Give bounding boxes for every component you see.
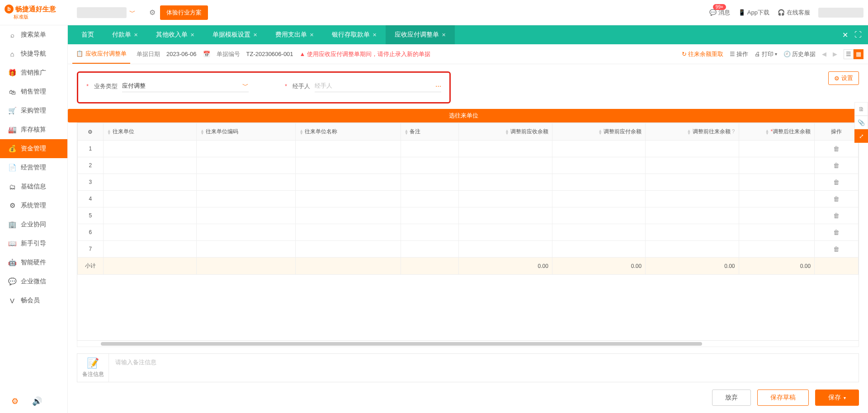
col-unit[interactable]: ▲▼往来单位 [103, 123, 196, 141]
delete-icon[interactable]: 🗑 [833, 245, 840, 253]
cell-before-recv[interactable] [459, 241, 552, 258]
more-icon[interactable]: ⋯ [435, 83, 441, 89]
close-icon[interactable]: ✕ [373, 32, 377, 38]
cell-unit-code[interactable] [197, 191, 296, 207]
cell-unit-name[interactable] [296, 241, 401, 258]
cell-unit-code[interactable] [197, 174, 296, 191]
tab-0[interactable]: 首页 [72, 25, 103, 44]
col-gear[interactable]: ⚙ [78, 123, 104, 141]
sidebar-item-10[interactable]: 🏢企业协同 [0, 215, 67, 234]
cell-unit[interactable] [103, 241, 196, 258]
close-icon[interactable]: ✕ [442, 32, 446, 38]
print-dropdown[interactable]: 🖨打印▾ [755, 50, 777, 58]
cell-remark[interactable] [401, 174, 459, 191]
col-before-balance[interactable]: ▲▼调整前往来余额 ? [646, 123, 739, 141]
sidebar-item-4[interactable]: 🛒采购管理 [0, 101, 67, 120]
tab-5[interactable]: 银行存取款单✕ [323, 25, 386, 44]
cell-unit[interactable] [103, 224, 196, 241]
col-unit-name[interactable]: ▲▼往来单位名称 [296, 123, 401, 141]
float-expand-icon[interactable]: ⤢ [854, 129, 868, 143]
cell-before-recv[interactable] [459, 191, 552, 207]
cell-remark[interactable] [401, 241, 459, 258]
tab-6[interactable]: 应收应付调整单✕ [386, 25, 455, 44]
prev-icon[interactable]: ◀ [822, 51, 826, 57]
cell-unit[interactable] [103, 191, 196, 207]
calendar-icon[interactable]: 📅 [203, 51, 210, 57]
cell-unit-name[interactable] [296, 141, 401, 157]
close-icon[interactable]: ✕ [310, 32, 314, 38]
delete-icon[interactable]: 🗑 [833, 162, 840, 169]
cell-unit-name[interactable] [296, 157, 401, 174]
sidebar-item-13[interactable]: 💬企业微信 [0, 272, 67, 291]
delete-icon[interactable]: 🗑 [833, 229, 840, 236]
horizontal-scrollbar[interactable] [77, 341, 859, 347]
cell-unit-name[interactable] [296, 174, 401, 191]
company-selector[interactable]: ﹀ [68, 7, 145, 18]
cell-after-balance[interactable] [739, 207, 815, 224]
cell-remark[interactable] [401, 224, 459, 241]
float-attach-icon[interactable]: 📎 [854, 116, 868, 129]
cell-before-recv[interactable] [459, 157, 552, 174]
doc-date-value[interactable]: 2023-06-06 [166, 51, 197, 57]
tab-expand-icon[interactable]: ⛶ [854, 31, 862, 39]
cell-before-pay[interactable] [552, 207, 645, 224]
cell-before-balance[interactable] [646, 141, 739, 157]
regen-balance-button[interactable]: ↻往来余额重取 [682, 50, 723, 58]
cell-before-recv[interactable] [459, 174, 552, 191]
close-icon[interactable]: ✕ [134, 32, 138, 38]
cell-unit[interactable] [103, 157, 196, 174]
tab-close-all-icon[interactable]: ✕ [842, 31, 848, 39]
sidebar-item-9[interactable]: ⚙系统管理 [0, 196, 67, 215]
form-settings-button[interactable]: ⚙设置 [828, 71, 859, 85]
cell-after-balance[interactable] [739, 141, 815, 157]
cell-before-balance[interactable] [646, 224, 739, 241]
cell-before-balance[interactable] [646, 207, 739, 224]
cell-before-recv[interactable] [459, 224, 552, 241]
cell-unit-name[interactable] [296, 207, 401, 224]
cell-unit-code[interactable] [197, 207, 296, 224]
history-button[interactable]: 🕘历史单据 [783, 50, 816, 58]
settings-gear-icon[interactable]: ⚙ [145, 8, 160, 17]
cell-unit[interactable] [103, 174, 196, 191]
sidebar-item-6[interactable]: 💰资金管理 [0, 139, 67, 158]
delete-icon[interactable]: 🗑 [833, 145, 840, 152]
cell-before-recv[interactable] [459, 141, 552, 157]
cell-unit-name[interactable] [296, 191, 401, 207]
tab-1[interactable]: 付款单✕ [103, 25, 147, 44]
experience-industry-button[interactable]: 体验行业方案 [160, 5, 208, 20]
table-row[interactable]: 3🗑 [78, 174, 859, 191]
sidebar-item-0[interactable]: ⌕搜索菜单 [0, 25, 67, 44]
cell-after-balance[interactable] [739, 191, 815, 207]
sidebar-item-12[interactable]: 🤖智能硬件 [0, 253, 67, 272]
messages-link[interactable]: 99+ 💬 消息 [709, 9, 730, 17]
cell-after-balance[interactable] [739, 174, 815, 191]
next-icon[interactable]: ▶ [833, 51, 837, 57]
col-after-balance[interactable]: ▲▼*调整后往来余额 [739, 123, 815, 141]
operate-dropdown[interactable]: ☰操作 [730, 50, 748, 58]
col-before-pay[interactable]: ▲▼调整前应付余额 [552, 123, 645, 141]
table-row[interactable]: 6🗑 [78, 224, 859, 241]
cell-unit-name[interactable] [296, 224, 401, 241]
sidebar-item-2[interactable]: 🎁营销推广 [0, 63, 67, 82]
cell-unit-code[interactable] [197, 224, 296, 241]
tab-4[interactable]: 费用支出单✕ [266, 25, 323, 44]
save-draft-button[interactable]: 保存草稿 [757, 390, 809, 406]
cell-before-pay[interactable] [552, 174, 645, 191]
save-button[interactable]: 保存▾ [815, 390, 859, 406]
col-before-recv[interactable]: ▲▼调整前应收余额 [459, 123, 552, 141]
tab-2[interactable]: 其他收入单✕ [147, 25, 203, 44]
discard-button[interactable]: 放弃 [712, 390, 751, 406]
delete-icon[interactable]: 🗑 [833, 178, 840, 186]
cell-before-pay[interactable] [552, 157, 645, 174]
cell-before-balance[interactable] [646, 174, 739, 191]
close-icon[interactable]: ✕ [253, 32, 257, 38]
table-row[interactable]: 4🗑 [78, 191, 859, 207]
sidebar-item-1[interactable]: ⌂快捷导航 [0, 44, 67, 63]
cell-remark[interactable] [401, 207, 459, 224]
cell-unit-code[interactable] [197, 141, 296, 157]
sidebar-item-7[interactable]: 📄经营管理 [0, 158, 67, 177]
table-row[interactable]: 7🗑 [78, 241, 859, 258]
cell-before-pay[interactable] [552, 191, 645, 207]
cell-before-pay[interactable] [552, 224, 645, 241]
table-row[interactable]: 1🗑 [78, 141, 859, 157]
